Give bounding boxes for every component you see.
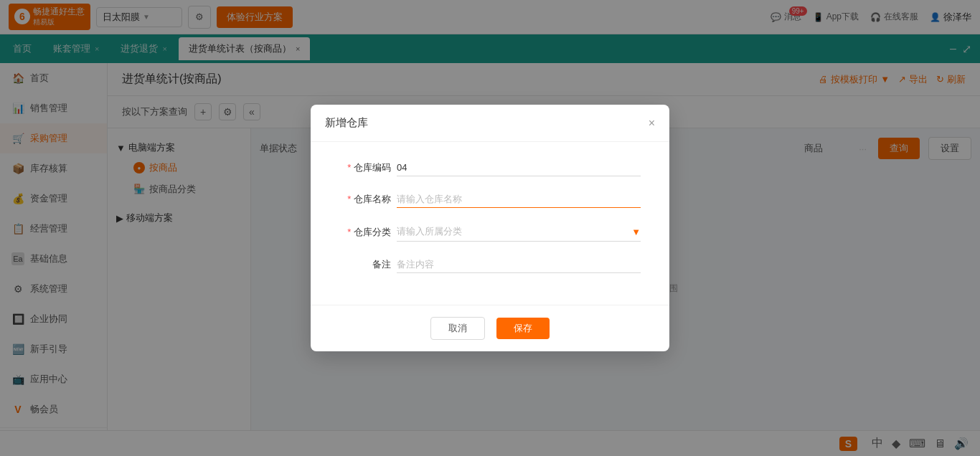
form-row-code: 仓库编码	[339, 159, 641, 176]
category-chevron-icon: ▼	[631, 227, 641, 237]
new-warehouse-modal: 新增仓库 × 仓库编码 仓库名称 仓库分类	[311, 105, 669, 351]
modal-footer: 取消 保存	[311, 305, 669, 351]
modal-close-button[interactable]: ×	[649, 117, 655, 130]
modal-header: 新增仓库 ×	[311, 105, 669, 142]
save-button[interactable]: 保存	[496, 318, 550, 339]
field-label-name: 仓库名称	[339, 193, 397, 206]
category-placeholder: 请输入所属分类	[397, 225, 462, 238]
modal-title: 新增仓库	[325, 116, 368, 130]
modal-body: 仓库编码 仓库名称 仓库分类 请输入所属分类 ▼	[311, 142, 669, 305]
warehouse-name-input[interactable]	[397, 191, 641, 208]
warehouse-remark-input[interactable]	[397, 256, 641, 273]
field-label-remark: 备注	[339, 258, 397, 271]
cancel-button[interactable]: 取消	[430, 317, 485, 340]
form-row-category: 仓库分类 请输入所属分类 ▼	[339, 222, 641, 242]
field-label-category: 仓库分类	[339, 226, 397, 239]
field-label-code: 仓库编码	[339, 161, 397, 174]
form-row-remark: 备注	[339, 256, 641, 273]
form-row-name: 仓库名称	[339, 191, 641, 208]
modal-overlay[interactable]: 新增仓库 × 仓库编码 仓库名称 仓库分类	[0, 0, 980, 456]
warehouse-code-input[interactable]	[397, 159, 641, 176]
warehouse-category-select[interactable]: 请输入所属分类 ▼	[397, 222, 641, 242]
